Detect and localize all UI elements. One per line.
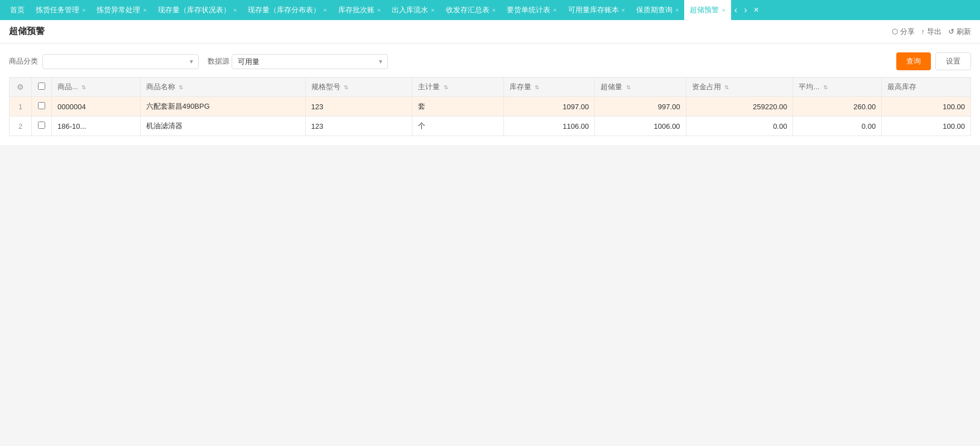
setting-button[interactable]: 设置	[935, 52, 971, 70]
cell-product-name-0: 六配套新昌490BPG	[140, 97, 305, 117]
close-tab-task-mgmt[interactable]: ×	[82, 7, 85, 13]
row-checkbox-1[interactable]	[38, 122, 45, 129]
nav-item-overstock[interactable]: 超储预警 ×	[684, 0, 731, 20]
sort-icon-unit: ⇅	[444, 84, 448, 90]
th-max-stock[interactable]: 最高库存	[882, 77, 971, 97]
th-capital[interactable]: 资金占用 ⇅	[686, 77, 793, 97]
cell-inventory-0: 1097.00	[503, 97, 594, 117]
close-tab-inout-flow[interactable]: ×	[431, 7, 434, 13]
close-tab-batch[interactable]: ×	[377, 7, 381, 13]
refresh-icon: ↺	[948, 27, 954, 36]
cell-capital-1: 0.00	[686, 117, 793, 136]
top-navigation: 首页 拣货任务管理 × 拣货异常处理 × 现存量（库存状况表） × 现存量（库存…	[0, 0, 980, 20]
sort-icon-overstock: ⇅	[626, 84, 631, 90]
filter-actions: 查询 设置	[896, 52, 971, 70]
header-actions: ⬡ 分享 ↑ 导出 ↺ 刷新	[892, 27, 972, 37]
nav-item-inventory-dist[interactable]: 现存量（库存分布表） ×	[242, 0, 332, 20]
cell-checkbox-0[interactable]	[32, 97, 52, 117]
cell-inventory-1: 1106.00	[503, 117, 594, 136]
close-tab-quality-check[interactable]: ×	[675, 7, 679, 13]
cell-capital-0: 259220.00	[686, 97, 793, 117]
cell-product-code-1: 186-10...	[52, 117, 141, 136]
close-tab-abnormal[interactable]: ×	[143, 7, 146, 13]
nav-item-home[interactable]: 首页	[4, 0, 30, 20]
th-product-code[interactable]: 商品... ⇅	[52, 77, 141, 97]
cell-avg-0: 260.00	[793, 97, 882, 117]
export-icon: ↑	[921, 27, 925, 36]
nav-item-batch[interactable]: 库存批次账 ×	[333, 0, 386, 20]
cell-unit-1: 个	[412, 117, 503, 136]
category-label: 商品分类	[9, 56, 38, 66]
refresh-button[interactable]: ↺ 刷新	[948, 27, 971, 37]
th-settings[interactable]: ⚙	[9, 77, 32, 97]
cell-product-name-1: 机油滤清器	[140, 117, 305, 136]
sort-icon-avg: ⇅	[823, 84, 828, 90]
datasource-label: 数据源	[208, 56, 229, 66]
table-header-row: ⚙ 商品... ⇅ 商品名称 ⇅ 规格型号 ⇅ 主计量	[9, 77, 971, 97]
table-row: 1 0000004 六配套新昌490BPG 123 套 1097.00 997.…	[9, 97, 971, 117]
sort-icon-inventory: ⇅	[535, 84, 539, 90]
close-tab-collect[interactable]: ×	[492, 7, 496, 13]
close-tab-available-acct[interactable]: ×	[622, 7, 625, 13]
cell-max-stock-0: 100.00	[882, 97, 971, 117]
cell-product-code-0: 0000004	[52, 97, 141, 117]
sort-icon-product-code: ⇅	[81, 84, 86, 90]
th-unit[interactable]: 主计量 ⇅	[412, 77, 503, 97]
th-spec[interactable]: 规格型号 ⇅	[305, 77, 412, 97]
export-button[interactable]: ↑ 导出	[921, 27, 942, 37]
category-select[interactable]	[42, 54, 199, 69]
row-checkbox-0[interactable]	[38, 102, 45, 109]
cell-overstock-1: 1006.00	[595, 117, 686, 136]
close-tab-order-stats[interactable]: ×	[553, 7, 556, 13]
datasource-select[interactable]: 可用量	[232, 54, 388, 69]
th-inventory[interactable]: 库存量 ⇅	[503, 77, 594, 97]
nav-more-button[interactable]: ×	[750, 0, 762, 20]
th-overstock[interactable]: 超储量 ⇅	[595, 77, 686, 97]
data-table: ⚙ 商品... ⇅ 商品名称 ⇅ 规格型号 ⇅ 主计量	[9, 77, 971, 136]
th-product-name[interactable]: 商品名称 ⇅	[140, 77, 305, 97]
nav-item-quality-check[interactable]: 保质期查询 ×	[631, 0, 684, 20]
datasource-select-wrapper: 可用量	[232, 54, 388, 69]
nav-item-task-mgmt[interactable]: 拣货任务管理 ×	[30, 0, 91, 20]
cell-checkbox-1[interactable]	[32, 117, 52, 136]
datasource-filter: 数据源 可用量	[208, 54, 388, 69]
select-all-checkbox[interactable]	[38, 83, 45, 90]
cell-max-stock-1: 100.00	[882, 117, 971, 136]
nav-item-inventory-status[interactable]: 现存量（库存状况表） ×	[152, 0, 242, 20]
filter-row: 商品分类 数据源 可用量 查询 设置	[9, 52, 971, 70]
nav-item-collect[interactable]: 收发存汇总表 ×	[440, 0, 501, 20]
sort-icon-capital: ⇅	[724, 84, 729, 90]
nav-item-abnormal[interactable]: 拣货异常处理 ×	[91, 0, 152, 20]
main-content: 商品分类 数据源 可用量 查询 设置 ⚙	[0, 43, 980, 145]
page-title: 超储预警	[9, 26, 45, 37]
cell-index-1: 2	[9, 117, 32, 136]
nav-item-inout-flow[interactable]: 出入库流水 ×	[386, 0, 440, 20]
cell-overstock-0: 997.00	[595, 97, 686, 117]
cell-spec-1: 123	[305, 117, 412, 136]
table-row: 2 186-10... 机油滤清器 123 个 1106.00 1006.00 …	[9, 117, 971, 136]
close-tab-inventory-dist[interactable]: ×	[323, 7, 326, 13]
share-button[interactable]: ⬡ 分享	[892, 27, 915, 37]
close-tab-overstock[interactable]: ×	[722, 7, 725, 13]
share-icon: ⬡	[892, 27, 898, 36]
cell-index-0: 1	[9, 97, 32, 117]
nav-prev-button[interactable]: ‹	[731, 0, 741, 20]
category-filter: 商品分类	[9, 54, 199, 69]
query-button[interactable]: 查询	[896, 52, 931, 70]
sort-icon-spec: ⇅	[344, 84, 348, 90]
sort-icon-product-name: ⇅	[179, 84, 183, 90]
th-checkbox[interactable]	[32, 77, 52, 97]
cell-spec-0: 123	[305, 97, 412, 117]
cell-unit-0: 套	[412, 97, 503, 117]
nav-next-button[interactable]: ›	[741, 0, 750, 20]
page-header: 超储预警 ⬡ 分享 ↑ 导出 ↺ 刷新	[0, 20, 980, 43]
cell-avg-1: 0.00	[793, 117, 882, 136]
category-select-wrapper	[42, 54, 199, 69]
close-tab-inventory-status[interactable]: ×	[233, 7, 237, 13]
gear-icon: ⚙	[17, 83, 24, 91]
th-avg[interactable]: 平均... ⇅	[793, 77, 882, 97]
nav-item-order-stats[interactable]: 要货单统计表 ×	[501, 0, 562, 20]
nav-item-available-acct[interactable]: 可用量库存账本 ×	[563, 0, 631, 20]
